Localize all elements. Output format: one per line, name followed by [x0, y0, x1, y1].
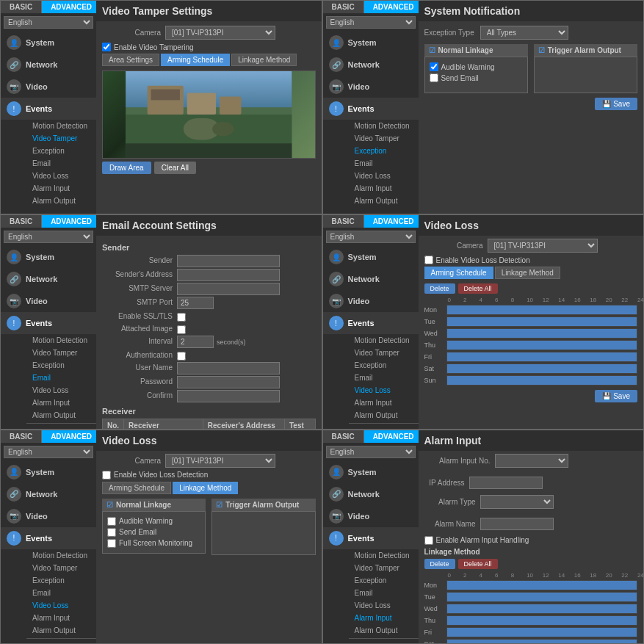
- submenu-motion-5[interactable]: Motion Detection: [26, 549, 96, 562]
- bar-container-Thu[interactable]: [446, 615, 638, 626]
- sidebar-item-system-6[interactable]: 👤 System: [323, 461, 419, 483]
- bar-container-Wed[interactable]: [446, 604, 638, 614]
- tab-area-1[interactable]: Area Settings: [102, 54, 159, 66]
- sidebar-item-network-4[interactable]: 🔗 Network: [323, 268, 419, 290]
- tab-schedule-5[interactable]: Arming Schedule: [102, 482, 171, 494]
- enable-alarm-cb[interactable]: [424, 536, 433, 545]
- sidebar-item-events-1[interactable]: ! Events: [1, 98, 96, 120]
- submenu-motion-2[interactable]: Motion Detection: [349, 120, 419, 132]
- submenu-alarmin-3[interactable]: Alarm Input: [26, 397, 96, 409]
- tab-linkage-5[interactable]: Linkage Method: [173, 482, 238, 494]
- submenu-motion-1[interactable]: Motion Detection: [26, 120, 96, 132]
- lang-select-5[interactable]: English: [4, 446, 93, 458]
- sidebar-item-system-3[interactable]: 👤 System: [1, 246, 96, 268]
- bar-container-Tue[interactable]: [446, 592, 638, 602]
- advanced-tab-2[interactable]: ADVANCED: [364, 1, 424, 13]
- sidebar-item-events-3[interactable]: ! Events: [1, 312, 96, 334]
- submenu-videoloss-3[interactable]: Video Loss: [26, 384, 96, 397]
- submenu-alarmin-1[interactable]: Alarm Input: [26, 182, 96, 195]
- submenu-tamper-5[interactable]: Video Tamper: [26, 562, 96, 574]
- basic-tab-1[interactable]: BASIC: [1, 1, 42, 13]
- submenu-alarmout-3[interactable]: Alarm Output: [26, 409, 96, 422]
- basic-tab-5[interactable]: BASIC: [1, 430, 42, 443]
- submenu-alarmout-1[interactable]: Alarm Output: [26, 195, 96, 207]
- sidebar-item-video-4[interactable]: 📷 Video: [323, 290, 419, 312]
- alarm-no-select[interactable]: [495, 454, 568, 468]
- enable-checkbox-4[interactable]: [424, 256, 433, 264]
- submenu-videoloss-4[interactable]: Video Loss: [349, 384, 419, 397]
- advanced-tab-3[interactable]: ADVANCED: [42, 215, 101, 228]
- submenu-motion-3[interactable]: Motion Detection: [26, 334, 96, 347]
- sidebar-item-events-2[interactable]: ! Events: [323, 98, 419, 120]
- submenu-exception-1[interactable]: Exception: [26, 145, 96, 157]
- submenu-email-2[interactable]: Email: [349, 157, 419, 170]
- submenu-alarmout-2[interactable]: Alarm Output: [349, 195, 419, 207]
- enable-checkbox-5[interactable]: [102, 471, 111, 480]
- bar-container-Wed[interactable]: [446, 328, 638, 339]
- input-password[interactable]: [177, 376, 280, 388]
- sidebar-item-video-5[interactable]: 📷 Video: [1, 505, 96, 527]
- delete-all-btn-6[interactable]: Delete All: [458, 559, 498, 569]
- draw-area-btn-1[interactable]: Draw Area: [102, 162, 151, 174]
- audible-cb-5[interactable]: [107, 517, 116, 526]
- submenu-alarmin-4[interactable]: Alarm Input: [349, 397, 419, 409]
- submenu-videoloss-6[interactable]: Video Loss: [349, 599, 419, 612]
- input-interval[interactable]: [177, 336, 214, 348]
- submenu-exception-2[interactable]: Exception: [349, 145, 419, 157]
- save-btn-2[interactable]: 💾 Save: [595, 98, 637, 110]
- bar-container-Sat[interactable]: [446, 639, 638, 643]
- input-smtp[interactable]: [177, 283, 280, 295]
- submenu-alarmin-5[interactable]: Alarm Input: [26, 612, 96, 624]
- tab-schedule-4[interactable]: Arming Schedule: [424, 267, 493, 279]
- submenu-exception-3[interactable]: Exception: [26, 359, 96, 372]
- fullscreen-cb-5[interactable]: [107, 539, 116, 548]
- sidebar-item-video-3[interactable]: 📷 Video: [1, 290, 96, 312]
- sidebar-item-events-6[interactable]: ! Events: [323, 527, 419, 549]
- exception-select[interactable]: All Types: [480, 26, 568, 40]
- submenu-tamper-3[interactable]: Video Tamper: [26, 347, 96, 359]
- camera-select-5[interactable]: [01] TV-IP313PI: [165, 454, 275, 468]
- sidebar-item-network-2[interactable]: 🔗 Network: [323, 54, 419, 76]
- submenu-email-3[interactable]: Email: [26, 372, 96, 384]
- camera-select-1[interactable]: [01] TV-IP313PI: [165, 26, 275, 40]
- bar-container-Sun[interactable]: [446, 375, 638, 386]
- submenu-exception-5[interactable]: Exception: [26, 574, 96, 587]
- submenu-videoloss-1[interactable]: Video Loss: [26, 170, 96, 182]
- ip-input[interactable]: [469, 477, 543, 489]
- input-confirm[interactable]: [177, 390, 280, 402]
- submenu-email-4[interactable]: Email: [349, 372, 419, 384]
- sidebar-item-system-5[interactable]: 👤 System: [1, 461, 96, 483]
- checkbox-attach[interactable]: [177, 325, 186, 334]
- sidebar-item-network-3[interactable]: 🔗 Network: [1, 268, 96, 290]
- submenu-exception-6[interactable]: Exception: [349, 574, 419, 587]
- submenu-tamper-4[interactable]: Video Tamper: [349, 347, 419, 359]
- bar-container-Fri[interactable]: [446, 627, 638, 637]
- alarm-name-input[interactable]: [480, 518, 554, 530]
- bar-container-Thu[interactable]: [446, 340, 638, 350]
- lang-select-6[interactable]: English: [326, 446, 416, 458]
- submenu-alarmout-6[interactable]: Alarm Output: [349, 624, 419, 637]
- clear-all-btn-1[interactable]: Clear All: [154, 162, 196, 174]
- submenu-motion-4[interactable]: Motion Detection: [349, 334, 419, 347]
- sidebar-item-storage-5[interactable]: 💾 Storage: [26, 640, 96, 644]
- submenu-email-5[interactable]: Email: [26, 587, 96, 599]
- sidebar-item-system-4[interactable]: 👤 System: [323, 246, 419, 268]
- sidebar-item-network-6[interactable]: 🔗 Network: [323, 483, 419, 505]
- sidebar-item-system-2[interactable]: 👤 System: [323, 32, 419, 54]
- email-cb-5[interactable]: [107, 528, 116, 537]
- basic-tab-4[interactable]: BASIC: [323, 215, 364, 228]
- delete-all-btn-4[interactable]: Delete All: [458, 283, 498, 294]
- submenu-tamper-2[interactable]: Video Tamper: [349, 132, 419, 145]
- input-smtpport[interactable]: [177, 297, 214, 309]
- bar-container-Sat[interactable]: [446, 363, 638, 374]
- lang-select-1[interactable]: English: [4, 16, 93, 29]
- bar-container-Tue[interactable]: [446, 316, 638, 327]
- input-senderaddr[interactable]: [177, 269, 280, 281]
- advanced-tab-5[interactable]: ADVANCED: [42, 430, 101, 443]
- delete-btn-4[interactable]: Delete: [424, 283, 455, 294]
- submenu-videoloss-5[interactable]: Video Loss: [26, 599, 96, 612]
- submenu-alarmout-5[interactable]: Alarm Output: [26, 624, 96, 637]
- submenu-email-6[interactable]: Email: [349, 587, 419, 599]
- submenu-alarmin-2[interactable]: Alarm Input: [349, 182, 419, 195]
- advanced-tab-4[interactable]: ADVANCED: [364, 215, 424, 228]
